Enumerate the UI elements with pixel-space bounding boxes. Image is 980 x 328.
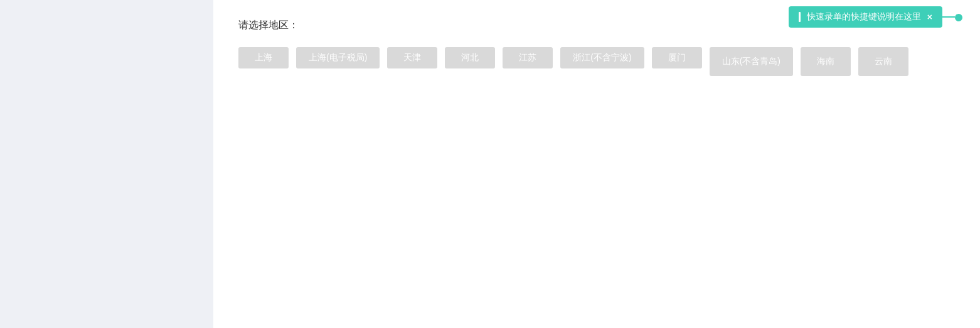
tooltip-dot xyxy=(955,14,962,21)
region-btn-zhejiang[interactable]: 浙江(不含宁波) xyxy=(560,47,644,68)
main-content: 请选择地区： 上海 上海(电子税局) 天津 河北 江苏 浙江(不含宁波) 厦门 … xyxy=(213,0,980,328)
region-btn-shanghai[interactable]: 上海 xyxy=(238,47,289,68)
region-btn-xiamen[interactable]: 厦门 xyxy=(652,47,702,68)
region-btn-hebei[interactable]: 河北 xyxy=(445,47,495,68)
region-btn-shandong[interactable]: 山东(不含青岛) xyxy=(710,47,793,76)
region-row-1: 上海 上海(电子税局) 天津 河北 江苏 浙江(不含宁波) 厦门 xyxy=(238,47,702,68)
tooltip-text: 快速录单的快捷键说明在这里 xyxy=(807,11,921,23)
region-btn-yunnan[interactable]: 云南 xyxy=(858,47,908,76)
region-btn-hainan[interactable]: 海南 xyxy=(801,47,851,76)
tooltip-banner: 快速录单的快捷键说明在这里 × xyxy=(789,6,942,28)
tooltip-line xyxy=(941,16,955,18)
region-btn-tianjin[interactable]: 天津 xyxy=(387,47,437,68)
region-btn-shanghai-etax[interactable]: 上海(电子税局) xyxy=(296,47,380,68)
left-sidebar xyxy=(0,0,213,328)
region-btn-jiangsu[interactable]: 江苏 xyxy=(503,47,553,68)
region-buttons-container: 上海 上海(电子税局) 天津 河北 江苏 浙江(不含宁波) 厦门 山东(不含青岛… xyxy=(238,47,955,76)
tooltip-bar xyxy=(799,12,801,22)
tooltip-close-button[interactable]: × xyxy=(927,12,932,22)
region-row-2: 山东(不含青岛) 海南 云南 xyxy=(710,47,908,76)
